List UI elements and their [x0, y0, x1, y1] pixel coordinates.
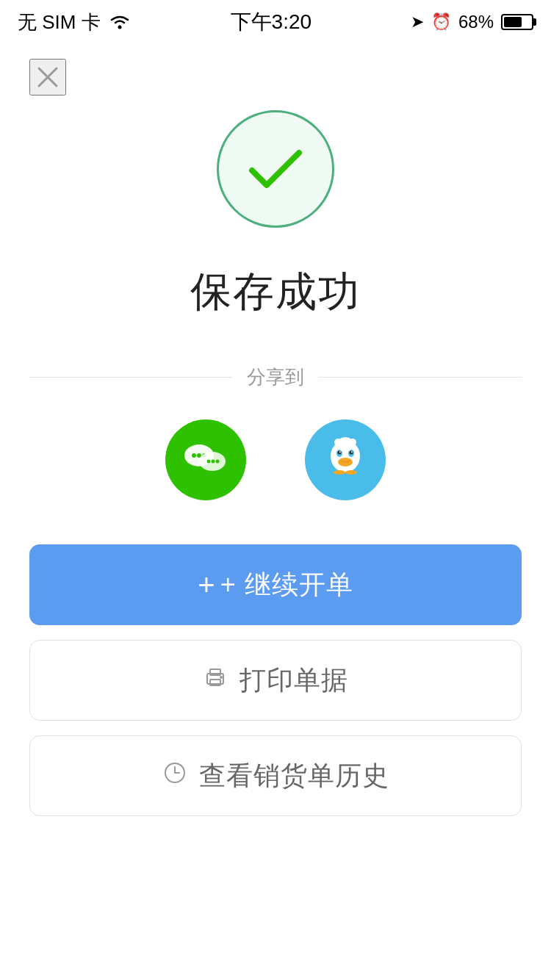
status-left: 无 SIM 卡 [18, 10, 132, 35]
close-icon [36, 65, 60, 89]
divider-left [29, 377, 232, 378]
svg-point-9 [212, 460, 215, 464]
checkmark-icon [246, 147, 305, 191]
svg-point-19 [334, 470, 345, 475]
status-right: ➤ ⏰ 68% [411, 12, 533, 32]
action-buttons: + + 继续开单 打印单据 查看销货单历 [29, 544, 522, 816]
svg-point-4 [192, 453, 196, 458]
battery-percent: 68% [458, 12, 494, 32]
success-circle [217, 110, 334, 228]
wechat-icon [181, 439, 230, 480]
svg-point-23 [349, 439, 356, 446]
print-button[interactable]: 打印单据 [29, 640, 522, 721]
history-icon [162, 760, 187, 791]
wifi-icon [108, 13, 132, 31]
share-divider-row: 分享到 [29, 364, 522, 390]
close-button[interactable] [29, 59, 66, 96]
share-label: 分享到 [232, 364, 319, 390]
print-label: 打印单据 [240, 663, 348, 699]
main-content: 保存成功 分享到 [0, 44, 551, 846]
share-icons-row [29, 419, 522, 500]
divider-right [319, 377, 522, 378]
svg-point-22 [334, 439, 342, 446]
share-qq-button[interactable] [305, 419, 386, 500]
success-title: 保存成功 [190, 264, 361, 320]
alarm-icon: ⏰ [431, 12, 451, 32]
status-time: 下午3:20 [231, 8, 312, 36]
history-button[interactable]: 查看销货单历史 [29, 735, 522, 816]
svg-point-17 [351, 451, 353, 453]
location-icon: ➤ [411, 12, 424, 32]
share-wechat-button[interactable] [165, 419, 246, 500]
print-icon [203, 665, 228, 696]
svg-point-16 [339, 451, 341, 453]
status-bar: 无 SIM 卡 下午3:20 ➤ ⏰ 68% [0, 0, 551, 44]
share-section: 分享到 [29, 364, 522, 500]
svg-point-14 [338, 451, 342, 455]
battery-icon [501, 14, 533, 30]
svg-point-27 [220, 676, 223, 679]
svg-point-0 [118, 26, 121, 29]
plus-icon: + [198, 569, 215, 602]
svg-point-15 [350, 451, 353, 455]
svg-point-10 [216, 460, 220, 464]
continue-button[interactable]: + + 继续开单 [29, 544, 522, 625]
svg-point-8 [207, 460, 211, 464]
sim-status: 无 SIM 卡 [18, 10, 101, 35]
history-label: 查看销货单历史 [199, 758, 389, 794]
svg-point-20 [345, 470, 357, 475]
qq-icon [323, 434, 367, 486]
continue-label: + 继续开单 [220, 567, 353, 603]
